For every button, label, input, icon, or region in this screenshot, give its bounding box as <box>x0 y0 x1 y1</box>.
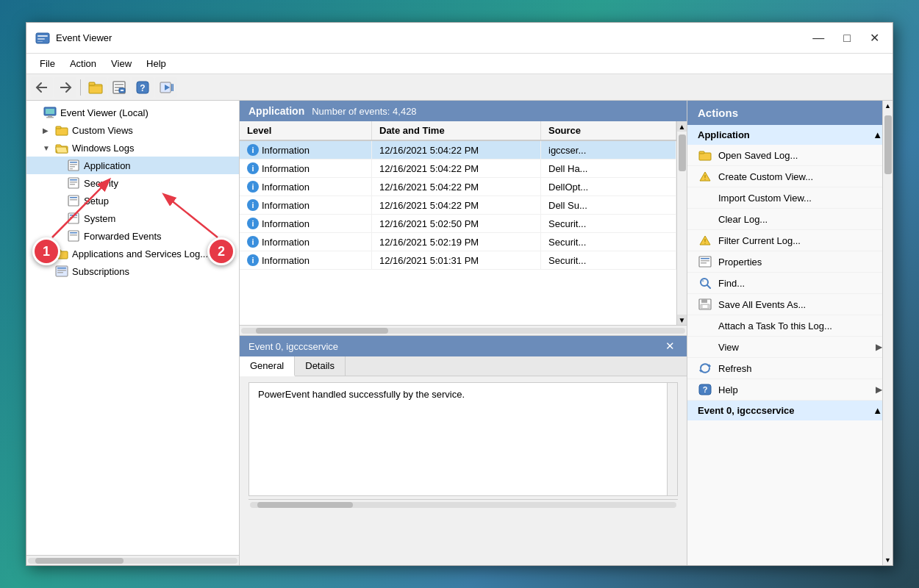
tree-item-setup[interactable]: Setup <box>26 192 239 209</box>
submenu-arrow: ▶ <box>876 342 882 352</box>
properties-button[interactable] <box>108 77 130 98</box>
help-action-icon: ? <box>698 383 712 396</box>
svg-rect-70 <box>703 305 707 308</box>
actions-app-section[interactable]: Application ▲ <box>687 125 893 145</box>
window-controls: — □ ✕ <box>808 31 884 46</box>
action-filter[interactable]: Filter Current Log... <box>687 230 893 251</box>
menu-file[interactable]: File <box>32 56 62 71</box>
tree-scrollbar-track <box>28 558 237 564</box>
scrollbar-thumb[interactable] <box>679 135 686 171</box>
action-view[interactable]: View ▶ <box>687 337 893 358</box>
detail-content-wrapper: PowerEvent handled successfully by the s… <box>244 379 682 499</box>
detail-hscroll-track <box>250 502 676 508</box>
menu-action[interactable]: Action <box>62 56 104 71</box>
tree-horizontal-scrollbar[interactable] <box>26 555 239 565</box>
cell-level: iInformation <box>240 178 372 196</box>
svg-line-65 <box>707 285 710 288</box>
help-button[interactable]: ? <box>132 77 154 98</box>
action-find[interactable]: Find... <box>687 273 893 294</box>
events-horizontal-scrollbar[interactable] <box>240 325 687 335</box>
maximize-button[interactable]: □ <box>839 31 855 46</box>
actions-scroll-thumb[interactable] <box>884 115 892 174</box>
log-icon <box>66 159 81 172</box>
action-label: Filter Current Log... <box>718 235 801 246</box>
events-vertical-scrollbar[interactable]: ▲ ▼ <box>676 121 687 325</box>
forward-button[interactable] <box>54 77 76 98</box>
tree-item-security[interactable]: Security <box>26 174 239 192</box>
table-row[interactable]: iInformation 12/16/2021 5:04:22 PM DellO… <box>240 178 676 196</box>
tree-item-forwarded[interactable]: Forwarded Events <box>26 227 239 245</box>
open-button[interactable] <box>85 77 107 98</box>
collapse-icon: ▲ <box>873 129 882 140</box>
col-source[interactable]: Source <box>541 121 676 140</box>
tree-item-root[interactable]: Event Viewer (Local) <box>26 104 239 121</box>
action-save-events[interactable]: Save All Events As... <box>687 294 893 315</box>
cell-source: DellOpt... <box>541 178 676 196</box>
action-clear-log[interactable]: Clear Log... <box>687 209 893 230</box>
table-row[interactable]: iInformation 12/16/2021 5:02:50 PM Secur… <box>240 215 676 233</box>
action-attach-task[interactable]: Attach a Task To this Log... <box>687 315 893 337</box>
table-row[interactable]: iInformation 12/16/2021 5:04:22 PM Dell … <box>240 196 676 215</box>
actions-event-section[interactable]: Event 0, igcccservice ▲ <box>687 401 893 420</box>
detail-hscroll-thumb[interactable] <box>257 502 353 508</box>
tree-item-windows-logs[interactable]: ▼ Windows Logs <box>26 139 239 157</box>
cell-datetime: 12/16/2021 5:04:22 PM <box>372 196 541 214</box>
svg-rect-36 <box>70 184 75 185</box>
tree-item-label-app: Application <box>84 160 131 171</box>
back-button[interactable] <box>31 77 53 98</box>
detail-vertical-scrollbar[interactable] <box>667 383 677 495</box>
run-button[interactable] <box>155 77 177 98</box>
computer-icon <box>43 106 57 119</box>
action-properties[interactable]: Properties <box>687 251 893 273</box>
center-panel: Application Number of events: 4,428 Leve… <box>240 101 687 565</box>
table-row[interactable]: iInformation 12/16/2021 5:02:19 PM Secur… <box>240 233 676 251</box>
menu-help[interactable]: Help <box>139 56 174 71</box>
action-help[interactable]: ? Help ▶ <box>687 379 893 401</box>
svg-text:?: ? <box>703 385 708 394</box>
tree-item-label-custom: Custom Views <box>72 125 133 136</box>
svg-rect-31 <box>70 166 75 168</box>
table-row[interactable]: iInformation 12/16/2021 5:04:22 PM Dell … <box>240 159 676 178</box>
tab-details[interactable]: Details <box>295 356 346 376</box>
svg-point-56 <box>704 179 706 180</box>
scrollbar-down[interactable]: ▼ <box>677 315 687 325</box>
svg-rect-9 <box>115 84 124 85</box>
actions-scrollbar[interactable]: ▲ ▼ <box>882 101 893 565</box>
cell-level: iInformation <box>240 159 372 177</box>
svg-rect-30 <box>70 164 77 165</box>
action-import-view[interactable]: Import Custom View... <box>687 187 893 209</box>
table-row[interactable]: iInformation 12/16/2021 5:01:31 PM Secur… <box>240 251 676 270</box>
info-icon: i <box>247 199 259 211</box>
events-hscroll-track <box>241 328 685 334</box>
actions-scroll-up[interactable]: ▲ <box>883 101 893 111</box>
tree-scrollbar-thumb[interactable] <box>35 558 124 564</box>
detail-horizontal-scrollbar[interactable] <box>248 499 678 509</box>
cell-source: Dell Su... <box>541 196 676 214</box>
events-hscroll-thumb[interactable] <box>256 328 388 334</box>
menu-view[interactable]: View <box>104 56 139 71</box>
action-create-view[interactable]: Create Custom View... <box>687 166 893 187</box>
detail-close-button[interactable]: ✕ <box>662 340 678 353</box>
event-detail-section: Event 0, igcccservice ✕ General Details … <box>240 336 687 512</box>
col-level[interactable]: Level <box>240 121 372 140</box>
scrollbar-up[interactable]: ▲ <box>677 121 687 132</box>
action-refresh[interactable]: Refresh <box>687 358 893 379</box>
events-count: Number of events: 4,428 <box>312 106 416 117</box>
tree-item-application[interactable]: Application <box>26 157 239 174</box>
actions-scroll-down[interactable]: ▼ <box>883 555 893 565</box>
detail-message: PowerEvent handled successfully by the s… <box>258 389 465 400</box>
action-open-saved[interactable]: Open Saved Log... <box>687 145 893 166</box>
tree-item-custom-views[interactable]: ▶ Custom Views <box>26 121 239 139</box>
minimize-button[interactable]: — <box>808 31 829 46</box>
close-button[interactable]: ✕ <box>865 31 884 46</box>
table-row[interactable]: iInformation 12/16/2021 5:04:22 PM igccs… <box>240 141 676 159</box>
cell-datetime: 12/16/2021 5:01:31 PM <box>372 251 541 269</box>
tab-general[interactable]: General <box>240 356 295 376</box>
cell-level: iInformation <box>240 215 372 232</box>
tree-item-system[interactable]: System <box>26 209 239 227</box>
import-icon <box>698 191 712 204</box>
col-datetime[interactable]: Date and Time <box>372 121 541 140</box>
subscriptions-icon <box>54 265 69 278</box>
tree-item-subscriptions[interactable]: Subscriptions <box>26 262 239 280</box>
svg-rect-63 <box>701 262 707 264</box>
